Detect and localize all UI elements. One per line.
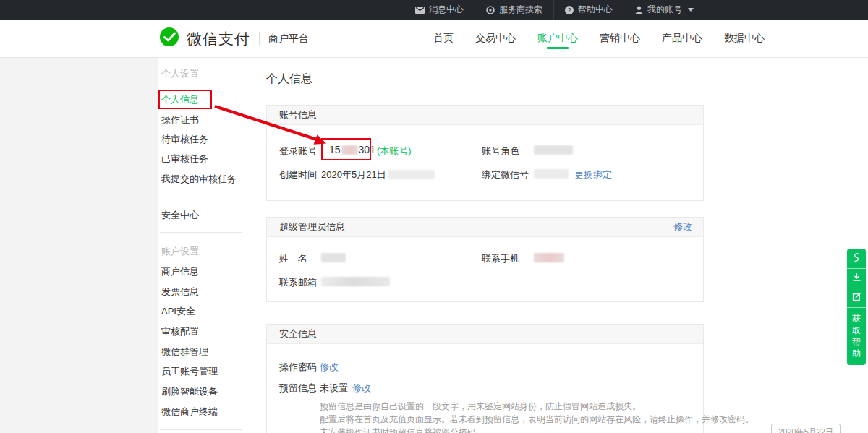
service-provider-search-link[interactable]: 服务商搜索 <box>475 0 553 20</box>
modify-password-link[interactable]: 修改 <box>320 361 339 374</box>
sidebar-divider <box>160 429 242 430</box>
get-help-button[interactable]: 获取帮助 <box>847 307 866 365</box>
sidebar-divider <box>160 197 242 197</box>
sidebar-item-security-center[interactable]: 安全中心 <box>161 209 247 221</box>
modify-reserved-info-link[interactable]: 修改 <box>352 382 371 395</box>
contact-email-label: 联系邮箱 <box>279 276 317 289</box>
account-info-panel-header: 账号信息 <box>267 106 703 125</box>
sidebar-divider <box>160 232 242 233</box>
header: 微信支付 商户平台 首页 交易中心 账户中心 营销中心 产品中心 数据中心 <box>0 20 868 58</box>
tab-data-center[interactable]: 数据中心 <box>719 20 770 58</box>
platform-name: 商户平台 <box>268 33 309 46</box>
page-title: 个人信息 <box>266 72 312 87</box>
security-info-panel-header: 安全信息 <box>267 325 703 344</box>
question-circle-icon: ? <box>565 6 574 14</box>
my-account-menu[interactable]: 我的账号 <box>624 0 705 20</box>
help-center-link[interactable]: ? 帮助中心 <box>553 0 624 20</box>
reserved-info-status: 未设置 <box>320 382 348 395</box>
topbar: 消息中心 服务商搜索 ? 帮助中心 我的账号 <box>0 0 868 20</box>
panel-title: 账号信息 <box>279 109 317 120</box>
tab-transaction-center[interactable]: 交易中心 <box>470 20 521 58</box>
bound-wechat-label: 绑定微信号 <box>482 168 529 181</box>
sidebar-item-my-submitted-tasks[interactable]: 我提交的审核任务 <box>161 173 247 185</box>
sidebar-item-merchant-info[interactable]: 商户信息 <box>161 265 247 278</box>
created-time-value: 2020年5月21日 <box>321 168 435 181</box>
redacted-email <box>321 277 390 286</box>
redacted-account-role <box>534 145 573 155</box>
chevron-down-icon <box>688 8 694 12</box>
login-account-label: 登录账号 <box>279 145 317 158</box>
description-line: 配置后将在首页及充值页面显示。若未看到预留信息，表明当前访问的网站存在风险，请终… <box>320 413 754 426</box>
panel-title: 安全信息 <box>279 328 317 339</box>
download-icon <box>851 272 862 286</box>
sidebar-item-staff-account-management[interactable]: 员工账号管理 <box>161 365 247 377</box>
topbar-item-label: 消息中心 <box>429 4 464 16</box>
redacted-created-time <box>388 170 435 179</box>
name-label: 姓 名 <box>279 252 307 265</box>
sidebar-item-invoice-info[interactable]: 发票信息 <box>161 286 247 298</box>
redacted-phone <box>534 253 564 262</box>
sidebar-item-reviewed-tasks[interactable]: 已审核任务 <box>161 153 247 165</box>
modify-admin-link[interactable]: 修改 <box>673 218 692 236</box>
wechat-pay-logo-icon <box>158 26 181 52</box>
svg-text:?: ? <box>568 7 571 14</box>
tab-account-center[interactable]: 账户中心 <box>532 20 583 58</box>
security-info-panel: 安全信息 操作密码 修改 预留信息 未设置 修改 预留信息是由你自己设置的一段文… <box>266 324 704 433</box>
topbar-item-label: 服务商搜索 <box>499 4 542 16</box>
operation-password-label: 操作密码 <box>279 361 317 374</box>
created-date: 2020年5月21日 <box>321 169 386 180</box>
annotation-box-login-account <box>321 138 371 160</box>
super-admin-panel: 超级管理员信息 修改 姓 名 联系手机 联系邮箱 <box>266 217 704 302</box>
contact-link-button[interactable] <box>847 249 866 268</box>
redacted-wechat-id <box>534 169 569 179</box>
tab-home[interactable]: 首页 <box>428 20 459 58</box>
sidebar-item-review-config[interactable]: 审核配置 <box>161 325 247 338</box>
date-chip: 2020年5月22日 <box>771 424 841 433</box>
reserved-info-description: 预留信息是由你自己设置的一段文字，用来鉴定网站身份，防止假冒网站造成损失。 配置… <box>320 400 754 433</box>
account-role-label: 账号角色 <box>482 145 519 158</box>
description-line: 预留信息是由你自己设置的一段文字，用来鉴定网站身份，防止假冒网站造成损失。 <box>320 400 754 413</box>
tab-product-center[interactable]: 产品中心 <box>657 20 707 58</box>
main-nav: 首页 交易中心 账户中心 营销中心 产品中心 数据中心 <box>428 20 781 58</box>
user-icon <box>635 6 643 14</box>
sidebar-item-operation-certificate[interactable]: 操作证书 <box>161 113 247 126</box>
panel-title: 超级管理员信息 <box>279 221 345 232</box>
sidebar-item-face-smart-device[interactable]: 刷脸智能设备 <box>161 385 247 398</box>
download-button[interactable] <box>847 268 866 288</box>
sidebar-item-api-security[interactable]: API安全 <box>161 305 247 317</box>
s-curve-link-icon <box>851 252 862 266</box>
merchant-platform-page: 消息中心 服务商搜索 ? 帮助中心 我的账号 <box>0 0 868 433</box>
floating-toolbar: 获取帮助 <box>847 249 866 365</box>
annotation-box-sidebar-personal-info <box>158 90 212 109</box>
sidebar-item-wechat-merchant-terminal[interactable]: 微信商户终端 <box>161 406 247 418</box>
edit-icon <box>851 291 862 305</box>
topbar-item-label: 我的账号 <box>647 4 682 16</box>
brand-name: 微信支付 <box>187 29 250 49</box>
brand-separator <box>259 32 260 46</box>
tab-marketing-center[interactable]: 营销中心 <box>595 20 645 58</box>
super-admin-panel-header: 超级管理员信息 修改 <box>267 218 703 237</box>
feedback-button[interactable] <box>847 288 866 307</box>
active-tab-underline <box>547 47 569 49</box>
brand[interactable]: 微信支付 商户平台 <box>158 26 309 52</box>
redacted-name <box>321 253 346 262</box>
mail-icon <box>415 7 425 14</box>
search-circle-icon <box>486 6 495 14</box>
current-account-note: (本账号) <box>377 145 412 158</box>
sidebar-section-personal-settings: 个人设置 <box>161 67 247 80</box>
topbar-item-label: 帮助中心 <box>578 4 613 16</box>
description-line: 未安装操作证书时预留信息将被部分掩码。 <box>320 426 754 433</box>
contact-phone-label: 联系手机 <box>482 252 519 265</box>
sidebar-section-account-settings: 账户设置 <box>161 245 247 257</box>
tab-label: 账户中心 <box>537 32 578 43</box>
title-divider <box>266 95 704 95</box>
message-center-link[interactable]: 消息中心 <box>404 0 475 20</box>
left-gutter <box>0 58 158 433</box>
created-time-label: 创建时间 <box>279 168 317 181</box>
sidebar-item-pending-review-tasks[interactable]: 待审核任务 <box>161 133 247 145</box>
reserved-info-label: 预留信息 <box>279 382 317 395</box>
sidebar: 个人设置 个人信息 操作证书 待审核任务 已审核任务 我提交的审核任务 安全中心… <box>158 58 250 433</box>
rebind-link[interactable]: 更换绑定 <box>574 168 612 181</box>
get-help-label: 获取帮助 <box>852 313 861 359</box>
sidebar-item-wechat-group-management[interactable]: 微信群管理 <box>161 346 247 358</box>
